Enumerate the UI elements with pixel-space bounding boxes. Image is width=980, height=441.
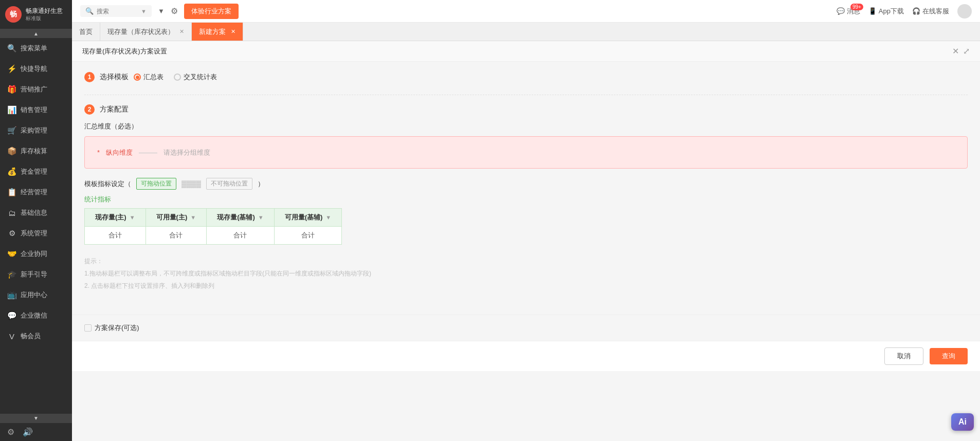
tab-inventory-close[interactable]: ✕ [179,28,184,35]
dimension-required-mark: * [97,149,100,156]
cancel-button[interactable]: 取消 [884,347,923,365]
tab-new-plan-close[interactable]: ✕ [231,28,235,35]
tab-inventory-label: 现存量（库存状况表） [107,27,174,36]
sidebar-item-label: 营销推广 [21,85,47,94]
step2-title: 方案配置 [100,105,129,114]
sidebar-item-marketing[interactable]: 🎁 营销推广 [0,79,72,100]
tips-title: 提示： [84,258,103,265]
sidebar-scroll-up[interactable]: ▲ [0,29,72,38]
dimension-dash: —— [139,147,157,158]
graduate-icon: 🎓 [7,270,16,279]
sidebar-item-guide[interactable]: 🎓 新手引导 [0,264,72,285]
vip-icon: V [7,332,16,341]
radio-cross[interactable]: 交叉统计表 [174,72,217,82]
dimension-placeholder: 请选择分组维度 [164,148,210,157]
message-button[interactable]: 💬 消息 99+ [837,7,860,16]
save-option-row: 方案保存(可选) [72,315,980,341]
tab-new-plan-label: 新建方案 [199,27,226,36]
sidebar-bottom: ⚙ 🔊 [0,422,72,441]
footer: 取消 查询 [72,341,980,371]
radio-summary[interactable]: 汇总表 [134,72,164,82]
app-name: 畅康通好生意 [26,7,63,15]
tab-home-label: 首页 [79,27,93,36]
sidebar-item-operations[interactable]: 📋 经营管理 [0,182,72,203]
col-dropdown-2[interactable]: ▼ [258,214,264,220]
radio-summary-circle [134,74,141,81]
tab-home[interactable]: 首页 [72,23,100,41]
mobile-icon: 📱 [868,7,877,15]
sidebar-item-label: 快捷导航 [21,64,47,74]
sidebar-item-apps[interactable]: 📺 应用中心 [0,285,72,305]
online-service-button[interactable]: 🎧 在线客服 [912,7,949,16]
col-dropdown-0[interactable]: ▼ [130,214,135,220]
sidebar-item-inventory[interactable]: 📦 库存核算 [0,141,72,161]
cart-icon: 🛒 [7,126,16,135]
sidebar: 畅 畅康通好生意 标准版 ▲ 🔍 搜索菜单 ⚡ 快捷导航 🎁 营销推广 📊 销售… [0,0,72,441]
app-download-button[interactable]: 📱 App下载 [868,7,904,16]
sidebar-item-nav[interactable]: ⚡ 快捷导航 [0,59,72,79]
logo-icon: 畅 [5,6,22,23]
sound-icon[interactable]: 🔊 [23,427,33,437]
sidebar-item-search[interactable]: 🔍 搜索菜单 [0,38,72,59]
col-header-0[interactable]: 现存量(主) ▼ [85,209,146,227]
sidebar-scroll-down[interactable]: ▼ [0,414,72,422]
indicator-separator: ▓▓▓▓ [182,180,201,188]
sidebar-item-finance[interactable]: 💰 资金管理 [0,161,72,182]
sidebar-nav: 🔍 搜索菜单 ⚡ 快捷导航 🎁 营销推广 📊 销售管理 🛒 采购管理 📦 库存核… [0,38,72,414]
sidebar-item-label: 资金管理 [21,167,47,176]
sidebar-item-label: 搜索菜单 [21,44,47,53]
template-radio-group: 汇总表 交叉统计表 [134,72,217,82]
panel-close-icons: ✕ ⤢ [952,46,970,56]
tab-new-plan[interactable]: 新建方案 ✕ [192,23,243,41]
radio-cross-circle [174,74,181,81]
tip-item-1: 2. 点击标题栏下拉可设置排序、插入列和删除列 [84,280,968,292]
col-header-3[interactable]: 可用量(基辅) ▼ [274,209,342,227]
sidebar-item-sales[interactable]: 📊 销售管理 [0,100,72,120]
col-dropdown-1[interactable]: ▼ [190,214,196,220]
sidebar-item-member[interactable]: V 畅会员 [0,326,72,346]
sidebar-item-label: 销售管理 [21,105,47,115]
step1-title: 选择模板 [100,72,129,82]
chevron-down-icon: ▼ [141,8,147,14]
sidebar-item-purchase[interactable]: 🛒 采购管理 [0,120,72,141]
ai-float-button[interactable]: Ai [951,413,974,431]
topbar-dropdown-button[interactable]: ▼ [158,7,165,15]
sidebar-item-label: 畅会员 [21,332,41,341]
search-input[interactable] [97,8,138,15]
gift-icon: 🎁 [7,85,16,94]
divider1 [84,95,968,95]
tips-section: 提示： 1.拖动标题栏可以调整布局，不可跨维度或指标区域拖动栏目字段(只能在同一… [84,255,968,292]
sidebar-item-label: 系统管理 [21,229,47,238]
confirm-button[interactable]: 查询 [930,348,968,364]
col-label-0: 现存量(主) [95,213,126,222]
col-dropdown-3[interactable]: ▼ [325,214,331,220]
col-header-1[interactable]: 可用量(主) ▼ [146,209,207,227]
app-logo: 畅 畅康通好生意 标准版 [0,0,72,29]
expand-button[interactable]: ⤢ [963,46,970,56]
content-inner: 1 选择模板 汇总表 交叉统计表 [72,62,980,315]
money-icon: 💰 [7,167,16,176]
save-checkbox[interactable] [84,324,92,332]
stats-label: 统计指标 [84,195,968,204]
tv-icon: 📺 [7,290,16,300]
box-icon: 📦 [7,146,16,156]
col-header-2[interactable]: 现存量(基辅) ▼ [207,209,275,227]
sidebar-item-base-info[interactable]: 🗂 基础信息 [0,203,72,223]
settings-icon[interactable]: ⚙ [7,427,14,437]
tab-inventory[interactable]: 现存量（库存状况表） ✕ [100,23,192,41]
search-box[interactable]: 🔍 ▼ [80,5,152,17]
dimension-box[interactable]: * 纵向维度 —— 请选择分组维度 [84,136,968,169]
sidebar-item-system[interactable]: ⚙ 系统管理 [0,223,72,244]
minimize-button[interactable]: ✕ [952,46,959,56]
save-option-label: 方案保存(可选) [95,323,139,333]
message-badge: 99+ [850,4,863,10]
sidebar-item-cooperation[interactable]: 🤝 企业协同 [0,244,72,264]
settings-icon[interactable]: ⚙ [171,6,178,16]
panel-header: 现存量(库存状况表)方案设置 ✕ ⤢ [72,41,980,62]
cell-2: 合计 [207,227,275,245]
sidebar-item-wechat[interactable]: 💬 企业微信 [0,305,72,326]
indicators-container: 模板指标设定（ 可拖动位置 ▓▓▓▓ 不可拖动位置 ） 统计指标 [84,178,968,245]
user-avatar[interactable] [957,4,972,19]
step2-badge: 2 [84,104,95,115]
trial-industry-button[interactable]: 体验行业方案 [184,4,239,19]
